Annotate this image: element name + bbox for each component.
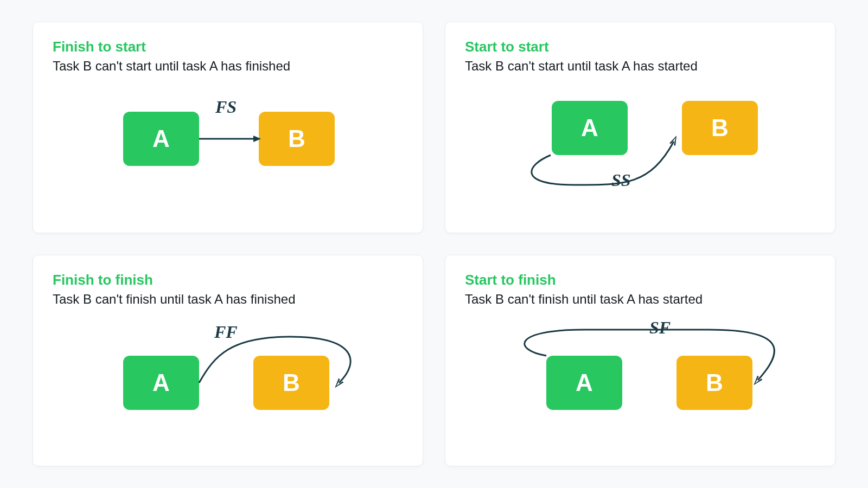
task-a-label: A [152,125,170,152]
relation-label: FF [214,323,238,341]
card-finish-to-finish: Finish to finish Task B can't finish unt… [33,255,423,466]
card-description: Task B can't start until task A has fini… [53,59,403,74]
relation-label: SS [611,171,631,189]
card-title: Start to finish [465,272,815,288]
svg-marker-2 [333,378,344,390]
card-title: Start to start [465,38,815,55]
task-a-box: A [123,356,199,410]
task-b-box: B [682,101,758,155]
dependency-arrow-icon [199,133,264,144]
task-a-label: A [152,369,170,396]
svg-marker-1 [669,134,679,146]
task-a-label: A [581,114,598,142]
relation-label: FS [215,98,237,115]
diagram-sf: A B SF [465,312,815,455]
task-a-box: A [546,356,622,410]
card-title: Finish to start [53,38,403,55]
task-b-box: B [253,356,329,410]
task-b-label: B [706,369,723,396]
card-title: Finish to finish [53,272,403,288]
card-description: Task B can't finish until task A has sta… [465,292,815,307]
diagram-ff: A B FF [53,312,403,455]
task-b-label: B [283,369,300,396]
task-b-box: B [259,112,335,166]
svg-marker-3 [751,376,763,388]
diagram-ss: A B SS [465,79,815,222]
relation-label: SF [649,319,671,336]
task-a-box: A [552,101,628,155]
task-a-label: A [576,369,593,396]
card-finish-to-start: Finish to start Task B can't start until… [33,22,423,233]
task-b-label: B [711,114,729,142]
task-a-box: A [123,112,199,166]
card-start-to-start: Start to start Task B can't start until … [445,22,835,233]
card-start-to-finish: Start to finish Task B can't finish unti… [445,255,835,466]
card-description: Task B can't finish until task A has fin… [53,292,403,307]
task-b-label: B [288,125,305,152]
card-description: Task B can't start until task A has star… [465,59,815,74]
task-b-box: B [676,356,752,410]
diagram-fs: A B FS [53,79,403,222]
